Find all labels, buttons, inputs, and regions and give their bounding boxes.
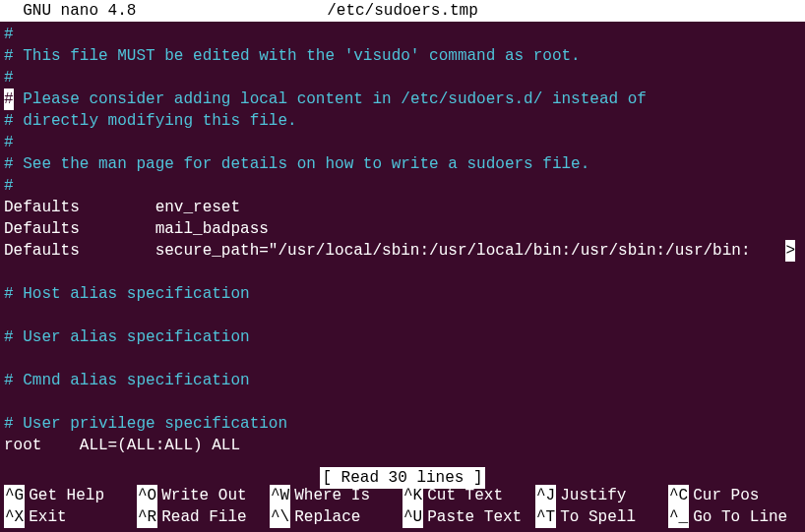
file-line-cursor: # Please consider adding local content i… xyxy=(4,89,801,110)
help-go-to-line[interactable]: ^_Go To Line xyxy=(668,506,801,528)
help-read-file[interactable]: ^RRead File xyxy=(137,506,270,528)
filename: /etc/sudoers.tmp xyxy=(327,0,478,22)
file-line: # User privilege specification xyxy=(4,413,801,435)
file-line: # directly modifying this file. xyxy=(4,110,801,132)
file-line: # xyxy=(4,175,801,197)
file-line: Defaults secure_path="/usr/local/sbin:/u… xyxy=(4,240,801,262)
file-line: # See the man page for details on how to… xyxy=(4,153,801,175)
file-line: Defaults env_reset xyxy=(4,197,801,218)
help-cut-text[interactable]: ^KCut Text xyxy=(402,485,535,506)
file-line: Defaults mail_badpass xyxy=(4,218,801,240)
file-line: # Host alias specification xyxy=(4,283,801,305)
help-write-out[interactable]: ^OWrite Out xyxy=(137,485,270,506)
file-line: # xyxy=(4,67,801,89)
help-exit[interactable]: ^XExit xyxy=(4,506,137,528)
help-cur-pos[interactable]: ^CCur Pos xyxy=(668,485,801,506)
file-line: # Cmnd alias specification xyxy=(4,370,801,391)
file-line xyxy=(4,262,801,283)
help-paste-text[interactable]: ^UPaste Text xyxy=(402,506,535,528)
help-bar: ^GGet Help ^OWrite Out ^WWhere Is ^KCut … xyxy=(0,485,805,532)
overflow-marker: > xyxy=(785,240,795,262)
file-line: # User alias specification xyxy=(4,326,801,348)
help-get-help[interactable]: ^GGet Help xyxy=(4,485,137,506)
app-name: GNU nano 4.8 xyxy=(4,0,136,22)
help-row-1: ^GGet Help ^OWrite Out ^WWhere Is ^KCut … xyxy=(4,485,801,506)
help-replace[interactable]: ^\Replace xyxy=(270,506,402,528)
help-where-is[interactable]: ^WWhere Is xyxy=(270,485,402,506)
file-line: # xyxy=(4,132,801,153)
file-line xyxy=(4,348,801,370)
file-line xyxy=(4,305,801,326)
help-justify[interactable]: ^JJustify xyxy=(535,485,668,506)
file-line: # This file MUST be edited with the 'vis… xyxy=(4,45,801,67)
title-bar: GNU nano 4.8 /etc/sudoers.tmp xyxy=(0,0,805,22)
editor-area[interactable]: # # This file MUST be edited with the 'v… xyxy=(0,22,805,458)
help-to-spell[interactable]: ^TTo Spell xyxy=(535,506,668,528)
file-line xyxy=(4,391,801,413)
file-line: # xyxy=(4,24,801,45)
help-row-2: ^XExit ^RRead File ^\Replace ^UPaste Tex… xyxy=(4,506,801,528)
file-line: root ALL=(ALL:ALL) ALL xyxy=(4,435,801,456)
cursor: # xyxy=(4,89,14,110)
